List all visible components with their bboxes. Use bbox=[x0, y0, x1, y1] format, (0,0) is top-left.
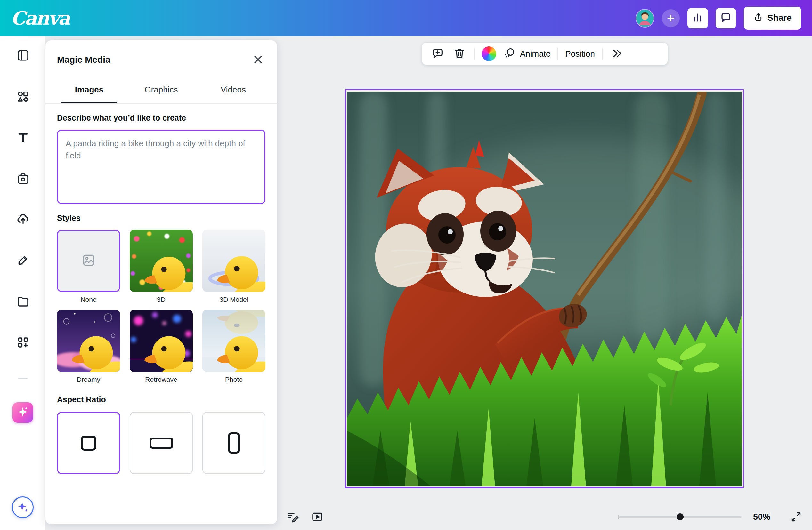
style-thumb-photo[interactable] bbox=[202, 310, 265, 372]
toolbar-divider bbox=[557, 48, 558, 60]
magic-media-panel: Magic Media Images Graphics Videos Descr… bbox=[45, 40, 277, 524]
avatar[interactable] bbox=[636, 9, 654, 28]
present-icon bbox=[311, 511, 324, 524]
aspect-ratio-grid bbox=[57, 412, 265, 474]
style-label: None bbox=[81, 296, 96, 304]
more-options-button[interactable] bbox=[610, 46, 624, 61]
tab-videos[interactable]: Videos bbox=[197, 76, 269, 103]
sidebar-item-projects[interactable] bbox=[16, 295, 30, 309]
double-chevron-right-icon bbox=[611, 47, 623, 60]
style-option-photo: Photo bbox=[202, 310, 265, 390]
color-wheel-button[interactable] bbox=[481, 46, 496, 61]
style-thumb-none[interactable] bbox=[57, 230, 120, 292]
styles-heading: Styles bbox=[57, 214, 265, 223]
sidebar-item-text[interactable] bbox=[16, 131, 30, 146]
canva-app: Canva + bbox=[0, 0, 812, 530]
animate-label: Animate bbox=[520, 49, 550, 59]
uploads-icon bbox=[16, 212, 30, 227]
sidebar-item-apps[interactable] bbox=[16, 336, 30, 351]
tabs-divider bbox=[45, 103, 277, 104]
styles-grid: None bbox=[57, 230, 265, 390]
apps-icon bbox=[16, 336, 30, 351]
style-thumb-retrowave[interactable] bbox=[130, 310, 193, 372]
position-button[interactable]: Position bbox=[565, 49, 595, 59]
canvas-image-red-panda[interactable] bbox=[347, 91, 742, 486]
assistant-sparkle-icon bbox=[16, 500, 29, 515]
aspect-landscape-button[interactable] bbox=[130, 412, 193, 474]
square-ratio-icon bbox=[81, 436, 96, 451]
panel-title: Magic Media bbox=[57, 55, 110, 65]
draw-icon bbox=[16, 253, 30, 268]
assistant-button[interactable] bbox=[12, 496, 34, 518]
animate-button[interactable]: Animate bbox=[503, 46, 550, 61]
panel-body: Describe what you’d like to create Style… bbox=[45, 113, 277, 474]
sidebar-item-draw[interactable] bbox=[16, 253, 30, 268]
style-label: Dreamy bbox=[77, 376, 101, 383]
present-button[interactable] bbox=[310, 510, 325, 525]
tab-graphics[interactable]: Graphics bbox=[125, 76, 197, 103]
aspect-square-button[interactable] bbox=[57, 412, 120, 474]
style-label: 3D Model bbox=[220, 296, 248, 304]
brand-icon bbox=[16, 172, 30, 187]
sidebar-item-elements[interactable] bbox=[16, 90, 30, 105]
style-label: 3D bbox=[157, 296, 165, 304]
delete-button[interactable] bbox=[452, 46, 467, 61]
insights-button[interactable] bbox=[687, 8, 708, 29]
aspect-portrait-button[interactable] bbox=[202, 412, 265, 474]
add-comment-icon bbox=[431, 47, 444, 61]
prompt-label: Describe what you’d like to create bbox=[57, 113, 265, 122]
portrait-ratio-icon bbox=[228, 432, 240, 454]
panel-tabs: Images Graphics Videos bbox=[45, 76, 277, 103]
zoom-level[interactable]: 50% bbox=[753, 512, 770, 522]
sidebar-item-brand[interactable] bbox=[16, 172, 30, 187]
elements-icon bbox=[16, 90, 30, 105]
add-member-button[interactable]: + bbox=[662, 9, 680, 27]
canva-logo[interactable]: Canva bbox=[11, 8, 69, 29]
feedback-button[interactable] bbox=[716, 8, 736, 29]
style-label: Retrowave bbox=[145, 376, 177, 383]
fullscreen-icon bbox=[789, 511, 802, 524]
toolbar-divider bbox=[602, 48, 603, 60]
landscape-ratio-icon bbox=[149, 438, 173, 449]
style-thumb-3d-model[interactable] bbox=[202, 230, 265, 292]
panel-header: Magic Media bbox=[45, 40, 277, 76]
prompt-input[interactable] bbox=[57, 130, 265, 204]
add-comment-button[interactable] bbox=[430, 46, 445, 61]
toolbar-divider bbox=[474, 48, 475, 60]
style-option-none: None bbox=[57, 230, 120, 310]
share-upload-icon bbox=[753, 12, 763, 24]
style-thumb-3d[interactable] bbox=[130, 230, 193, 292]
style-option-3d: 3D bbox=[130, 230, 193, 310]
style-thumb-dreamy[interactable] bbox=[57, 310, 120, 372]
magic-media-icon bbox=[16, 406, 29, 419]
insights-chart-icon bbox=[692, 12, 704, 24]
style-option-3d-model: 3D Model bbox=[202, 230, 265, 310]
feedback-bubble-icon bbox=[720, 12, 731, 24]
style-label: Photo bbox=[225, 376, 243, 383]
top-bar: Canva + bbox=[0, 0, 812, 36]
text-icon bbox=[16, 131, 30, 146]
app-sidebar bbox=[0, 36, 45, 530]
position-label: Position bbox=[565, 49, 595, 59]
tab-images[interactable]: Images bbox=[53, 76, 125, 103]
projects-icon bbox=[16, 295, 30, 309]
zoom-slider-handle[interactable] bbox=[677, 513, 684, 520]
close-panel-button[interactable] bbox=[251, 53, 265, 67]
share-button-label: Share bbox=[768, 13, 792, 23]
trash-icon bbox=[453, 47, 466, 61]
style-option-retrowave: Retrowave bbox=[130, 310, 193, 390]
design-icon bbox=[16, 49, 30, 63]
sidebar-item-magic-media[interactable] bbox=[13, 402, 33, 423]
top-bar-actions: + bbox=[636, 7, 801, 30]
fullscreen-button[interactable] bbox=[788, 510, 804, 525]
sidebar-divider bbox=[18, 378, 28, 379]
share-button[interactable]: Share bbox=[744, 7, 801, 30]
animate-icon bbox=[503, 46, 516, 61]
style-option-dreamy: Dreamy bbox=[57, 310, 120, 390]
sidebar-item-uploads[interactable] bbox=[16, 212, 30, 227]
notes-button[interactable] bbox=[285, 510, 300, 525]
sidebar-item-design[interactable] bbox=[16, 49, 30, 63]
notes-icon bbox=[286, 511, 299, 524]
aspect-ratio-heading: Aspect Ratio bbox=[57, 395, 265, 404]
image-placeholder-icon bbox=[82, 253, 96, 268]
